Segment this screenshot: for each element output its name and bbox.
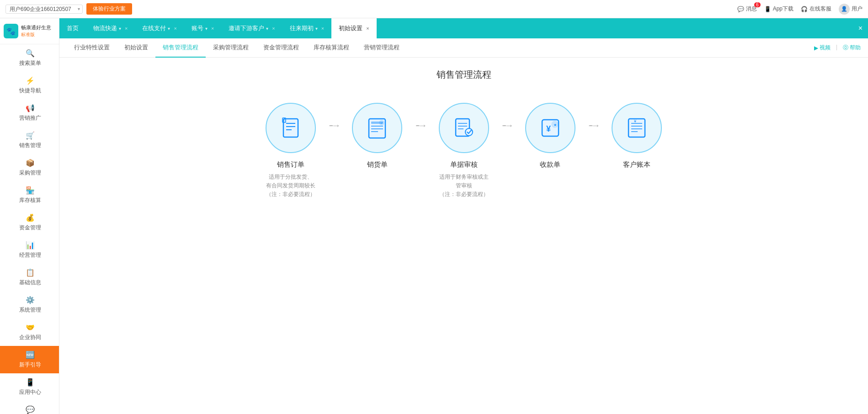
sidebar-item-operations[interactable]: 📊 经营管理: [0, 236, 59, 264]
video-icon: ▶: [814, 45, 818, 51]
sidebar-item-sales[interactable]: 🛒 销售管理: [0, 127, 59, 154]
svg-text:✓: ✓: [380, 122, 383, 125]
logistics-close-icon[interactable]: ×: [125, 26, 128, 31]
sidebar-item-search[interactable]: 🔍 搜索菜单: [0, 44, 59, 72]
logo-line1: 畅康通好生意: [21, 24, 51, 31]
sidebar-item-quicknav[interactable]: ⚡ 快捷导航: [0, 72, 59, 99]
video-help-item[interactable]: ▶ 视频: [814, 44, 831, 52]
flow-circle-sales-order: [266, 103, 316, 153]
sub-tab-inventory-flow[interactable]: 库存核算流程: [306, 38, 357, 58]
search-icon: 🔍: [26, 49, 35, 58]
sidebar-item-finance[interactable]: 💰 资金管理: [0, 209, 59, 236]
help-item[interactable]: ⓪ 帮助: [843, 44, 861, 52]
nav-tab-invite[interactable]: 邀请下游客户 ▾ ×: [221, 18, 282, 38]
video-label: 视频: [820, 44, 831, 52]
flow-arrow-1: --→: [327, 120, 341, 131]
init-close-icon[interactable]: ×: [366, 26, 369, 31]
sidebar-item-marketing[interactable]: 📢 营销推广: [0, 99, 59, 127]
sub-tab-purchase-flow[interactable]: 采购管理流程: [206, 38, 256, 58]
period-chevron-icon: ▾: [315, 26, 318, 31]
nav-tab-account[interactable]: 账号 ▾ ×: [184, 18, 221, 38]
sidebar-item-guide[interactable]: 🆕 新手引导: [0, 346, 59, 373]
sidebar-item-basic[interactable]: 📋 基础信息: [0, 264, 59, 291]
flow-circle-review: [439, 103, 489, 153]
sub-tab-initial[interactable]: 初始设置: [117, 38, 155, 58]
invite-close-icon[interactable]: ×: [272, 26, 275, 31]
arrow-icon-3: --→: [502, 120, 512, 131]
logistics-chevron-icon: ▾: [119, 26, 121, 31]
service-item[interactable]: 🎧 在线客服: [801, 5, 831, 13]
flow-arrow-3: --→: [501, 120, 514, 131]
username-label: 用户: [852, 5, 863, 13]
purchase-icon: 📦: [26, 159, 35, 167]
flow-step-invoice: ✓ 销货单: [341, 103, 414, 173]
nav-tab-account-label: 账号: [192, 24, 203, 32]
experience-button[interactable]: 体验行业方案: [86, 3, 132, 15]
sub-tab-industry[interactable]: 行业特性设置: [67, 38, 117, 58]
nav-tabs-close-all[interactable]: ×: [853, 24, 868, 32]
logo-area: 🐾 畅康通好生意 标准版: [0, 18, 59, 44]
quicknav-icon: ⚡: [26, 76, 35, 85]
sub-tab-finance-flow-label: 资金管理流程: [263, 43, 299, 52]
page-content: 销售管理流程 销售订单: [59, 58, 868, 414]
period-close-icon[interactable]: ×: [321, 26, 324, 31]
svg-text:¥: ¥: [634, 119, 637, 123]
sidebar-item-purchase[interactable]: 📦 采购管理: [0, 154, 59, 181]
flow-step-sales-order: 销售订单 适用于分批发货、有合同发货周期较长（注：非必要流程）: [254, 103, 327, 199]
sidebar-label-inventory: 库存核算: [19, 196, 41, 204]
nav-tabs-bar: 首页 物流快递 ▾ × 在线支付 ▾ × 账号 ▾ × 邀请下游客户 ▾ ×: [59, 18, 868, 38]
appcenter-icon: 📱: [26, 378, 35, 387]
app-download-item[interactable]: 📱 App下载: [764, 5, 793, 13]
system-icon: ⚙️: [26, 296, 35, 304]
flow-label-sales-order: 销售订单: [277, 160, 304, 169]
user-selector-wrap: 用户690企业1660120507: [5, 5, 83, 14]
sidebar-item-wechat[interactable]: 💬 企业微信: [0, 401, 59, 414]
sidebar-label-sales: 销售管理: [19, 142, 41, 149]
wechat-icon: 💬: [26, 405, 35, 414]
sidebar-item-appcenter[interactable]: 📱 应用中心: [0, 373, 59, 401]
nav-tab-logistics[interactable]: 物流快递 ▾ ×: [86, 18, 135, 38]
sidebar-label-guide: 新手引导: [19, 361, 41, 369]
sidebar-label-finance: 资金管理: [19, 224, 41, 232]
sidebar-label-basic: 基础信息: [19, 279, 41, 287]
nav-tab-payment-label: 在线支付: [142, 24, 166, 32]
payment-chevron-icon: ▾: [168, 26, 170, 31]
svg-rect-4: [282, 118, 286, 122]
user-avatar-item[interactable]: 👤 用户: [839, 4, 863, 15]
nav-tab-period[interactable]: 往来期初 ▾ ×: [282, 18, 331, 38]
message-icon: 💬: [737, 6, 744, 12]
nav-tab-home[interactable]: 首页: [59, 18, 86, 38]
sidebar-label-system: 系统管理: [19, 306, 41, 314]
marketing-icon: 📢: [26, 104, 35, 112]
user-selector[interactable]: 用户690企业1660120507: [5, 5, 83, 14]
sidebar-label-operations: 经营管理: [19, 251, 41, 259]
nav-tab-init[interactable]: 初始设置 ×: [331, 18, 376, 38]
service-icon: 🎧: [801, 6, 808, 12]
sidebar-item-enterprise[interactable]: 🤝 企业协同: [0, 318, 59, 346]
sub-tabs-left: 行业特性设置 初始设置 销售管理流程 采购管理流程 资金管理流程 库存核算流程: [67, 38, 407, 58]
page-title: 销售管理流程: [70, 69, 857, 81]
sub-tab-sales-flow-label: 销售管理流程: [163, 43, 198, 52]
arrow-icon-1: --→: [329, 120, 339, 131]
flow-label-review: 单据审核: [450, 160, 478, 169]
sidebar: 🐾 畅康通好生意 标准版 🔍 搜索菜单 ⚡ 快捷导航 📢 营销推广 🛒 销售管理…: [0, 18, 59, 414]
divider: |: [836, 44, 837, 52]
flow-desc-sales-order: 适用于分批发货、有合同发货周期较长（注：非必要流程）: [266, 173, 315, 199]
help-circle-icon: ⓪: [843, 44, 848, 52]
message-item[interactable]: 💬 消息 6: [737, 5, 757, 13]
sub-tab-sales-flow[interactable]: 销售管理流程: [155, 38, 206, 58]
sub-tab-marketing-flow[interactable]: 营销管理流程: [357, 38, 407, 58]
sub-tab-finance-flow[interactable]: 资金管理流程: [256, 38, 306, 58]
sidebar-item-inventory[interactable]: 🏪 库存核算: [0, 181, 59, 209]
flow-label-receipt: 收款单: [540, 160, 560, 169]
sidebar-item-system[interactable]: ⚙️ 系统管理: [0, 291, 59, 318]
logo-icon: 🐾: [4, 24, 18, 38]
flow-circle-receipt: ¥ ★: [525, 103, 575, 153]
payment-close-icon[interactable]: ×: [174, 26, 176, 31]
ledger-icon: ¥: [625, 116, 649, 140]
nav-tab-payment[interactable]: 在线支付 ▾ ×: [135, 18, 184, 38]
top-bar-right: 💬 消息 6 📱 App下载 🎧 在线客服 👤 用户: [737, 4, 863, 15]
account-close-icon[interactable]: ×: [211, 26, 214, 31]
flow-label-ledger: 客户账本: [623, 160, 650, 169]
nav-tab-invite-label: 邀请下游客户: [229, 24, 264, 32]
